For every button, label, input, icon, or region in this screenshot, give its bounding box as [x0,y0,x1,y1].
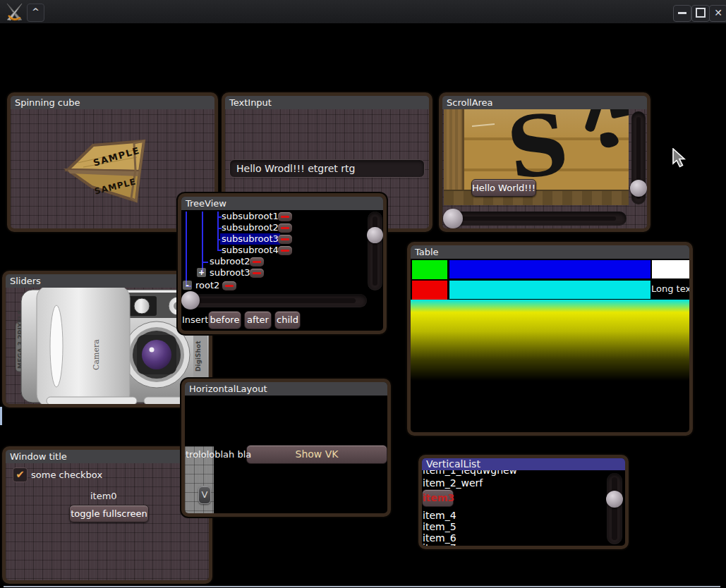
tree-slider-track[interactable] [182,294,367,307]
spinning-cube-view: SAMPLE SAMPLE [63,135,155,207]
show-vk-button[interactable]: Show VK [246,445,387,464]
trololo-label: trololoblah bla [186,449,251,460]
list-vertical-scrollbar[interactable] [607,473,622,544]
app-logo-icon[interactable] [4,1,25,22]
panel-collapse-button[interactable]: ^ [27,4,44,22]
table-gradient-cell[interactable] [411,300,689,388]
list-item[interactable]: item_5 [423,521,456,532]
treeview-title[interactable]: TreeView [181,197,383,210]
camera-brand-text: Camera [92,339,101,370]
table-cell-green[interactable] [412,260,447,279]
insert-before-button[interactable]: before [208,311,241,329]
horizontal-scrollbar-thumb[interactable] [443,209,463,228]
v-key-button[interactable]: V [198,486,211,504]
tree-node[interactable]: root2 [195,280,219,291]
maximize-icon [696,8,706,18]
item0-label: item0 [90,491,117,501]
window-title-title[interactable]: Window title [6,450,209,463]
panel-scrollarea: ScrollArea S Hello World!!! [439,92,651,232]
some-checkbox[interactable]: ✔ [13,467,28,482]
minimize-button[interactable] [673,5,691,22]
tree-slider-thumb[interactable] [181,291,200,310]
spinning-cube-title[interactable]: Spinning cube [11,96,214,109]
maximize-button[interactable] [691,5,710,22]
tree-line-depth2 [202,212,203,274]
panel-table: Table Long text [407,242,693,436]
list-item[interactable]: item_2_werf [423,477,483,489]
minimize-icon [678,12,686,14]
table-cell-blue[interactable] [449,260,651,278]
tree-node[interactable]: subsubroot2 [222,222,279,233]
camera-digishot-text: DigiShot [195,341,202,372]
text-input-field[interactable]: Hello Wrodl!!! etgret rtg [229,159,425,178]
expand-icon[interactable]: + [197,268,206,277]
tree-node-selected[interactable]: subsubroot3 [220,233,280,245]
list-item[interactable]: item_7 [423,542,456,549]
desktop: { "window": { "caret_glyph": "^", "close… [0,0,726,588]
panel-treeview: TreeView subsubroot1 subsubroot2 subsubr… [178,193,387,334]
edge-slider-sliver [0,407,2,425]
tree-line-depth1 [186,212,187,286]
list-item-selected[interactable]: item3 [422,489,454,507]
list-item[interactable]: item_4 [423,510,456,521]
tree-node[interactable]: subsubroot1 [222,211,279,222]
list-scrollbar-thumb[interactable] [606,491,623,508]
remove-node-button[interactable] [278,246,292,255]
close-button[interactable]: ✕ [709,5,726,22]
remove-node-button[interactable] [278,223,292,233]
table-cell-white[interactable] [652,260,689,278]
window-titlebar[interactable]: ^ ✕ [0,0,726,25]
vertical-list-title[interactable]: VerticalList [422,458,625,470]
tree-node[interactable]: subsubroot4 [222,245,279,256]
vertical-scrollbar-thumb[interactable] [630,180,647,197]
scrollarea-title[interactable]: ScrollArea [442,96,647,109]
remove-node-button[interactable] [278,235,292,244]
remove-node-button[interactable] [222,281,236,290]
tree-tick [202,262,208,263]
table-title[interactable]: Table [411,245,689,259]
panel-vertical-list: VerticalList item_1_lequwgnew item_2_wer… [418,455,629,549]
toggle-fullscreen-button[interactable]: toggle fullscreen [69,505,149,522]
check-icon: ✔ [16,468,25,481]
insert-child-button[interactable]: child [274,311,301,329]
horizontal-layout-title[interactable]: HorizontalLayout [185,382,387,396]
tree-scrollbar-thumb[interactable] [367,227,383,243]
horizontal-scrollbar[interactable] [444,212,627,226]
panel-horizontal-layout: HorizontalLayout trololoblah bla Show VK… [181,379,391,517]
table-long-text[interactable]: Long text [651,283,693,294]
insert-label: Insert: [182,314,212,325]
table-cell-red[interactable] [412,281,447,300]
window-bottom-edge [4,586,720,587]
mouse-cursor [672,148,688,169]
insert-after-button[interactable]: after [244,311,272,329]
textinput-title[interactable]: TextInput [225,96,429,109]
remove-node-button[interactable] [250,269,264,278]
checkbox-label[interactable]: some checkbox [31,470,102,480]
tree-vertical-scrollbar[interactable] [368,212,382,290]
remove-node-button[interactable] [278,212,292,221]
tree-node[interactable]: subroot2 [210,256,250,267]
hello-world-button[interactable]: Hello World!!! [471,179,536,197]
tree-node[interactable]: subroot3 [210,267,250,278]
table-cell-cyan[interactable] [449,281,651,299]
remove-node-button[interactable] [250,257,264,267]
collapse-icon[interactable]: - [183,281,192,290]
